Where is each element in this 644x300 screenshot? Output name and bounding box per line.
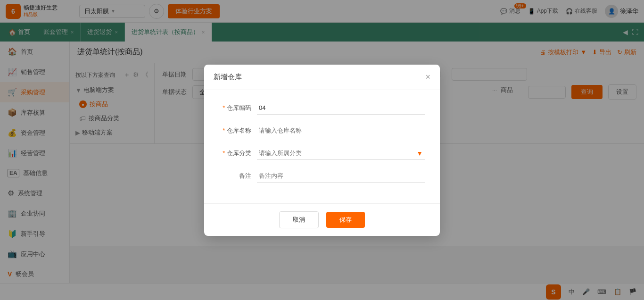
code-input[interactable] bbox=[257, 101, 425, 115]
dialog-title: 新增仓库 bbox=[214, 73, 242, 82]
dialog-body: 仓库编码 仓库名称 仓库分类 ▼ 备注 bbox=[204, 90, 440, 203]
category-chevron-icon: ▼ bbox=[416, 150, 423, 157]
category-wrapper: ▼ bbox=[257, 147, 425, 160]
name-input[interactable] bbox=[257, 124, 425, 137]
form-row-category: 仓库分类 ▼ bbox=[219, 147, 425, 160]
remark-label: 备注 bbox=[219, 172, 257, 180]
dialog-header: 新增仓库 × bbox=[204, 65, 440, 90]
cancel-button[interactable]: 取消 bbox=[279, 211, 319, 228]
category-input[interactable] bbox=[257, 147, 425, 160]
name-label: 仓库名称 bbox=[219, 126, 257, 135]
dialog-close-button[interactable]: × bbox=[425, 72, 430, 82]
dialog-footer: 取消 保存 bbox=[204, 203, 440, 236]
code-label: 仓库编码 bbox=[219, 104, 257, 112]
save-button[interactable]: 保存 bbox=[326, 212, 365, 228]
form-row-name: 仓库名称 bbox=[219, 124, 425, 137]
form-row-code: 仓库编码 bbox=[219, 101, 425, 115]
dialog-overlay[interactable]: 新增仓库 × 仓库编码 仓库名称 仓库分类 ▼ bbox=[0, 0, 644, 300]
dialog: 新增仓库 × 仓库编码 仓库名称 仓库分类 ▼ bbox=[204, 65, 440, 236]
form-row-remark: 备注 bbox=[219, 169, 425, 183]
remark-input[interactable] bbox=[257, 169, 425, 183]
category-label: 仓库分类 bbox=[219, 149, 257, 158]
